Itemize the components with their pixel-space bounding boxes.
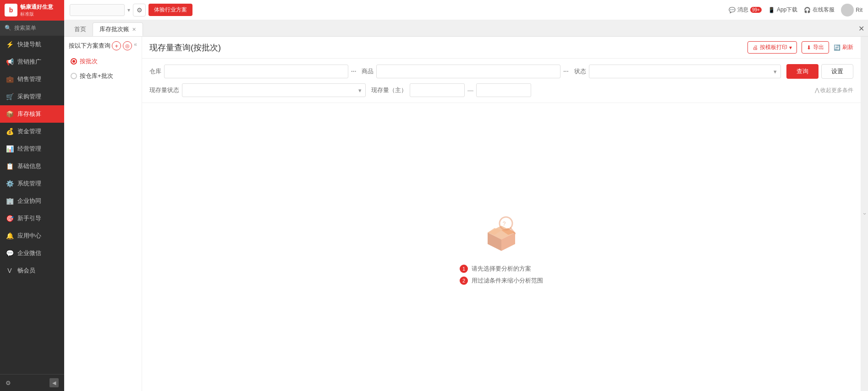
page-title: 现存量查询(按批次) — [149, 42, 221, 53]
edition-label: 标准版 — [20, 11, 53, 17]
avatar — [841, 4, 854, 16]
sidebar-item-newuser[interactable]: 🎯 新手引导 — [0, 210, 64, 227]
trial-button[interactable]: 体验行业方案 — [148, 4, 192, 16]
chevron-up-icon: ⋀ — [815, 87, 819, 93]
operations-icon: 📊 — [5, 145, 14, 152]
basic-icon: 📋 — [5, 163, 14, 170]
sidebar-item-label: 基础信息 — [17, 162, 41, 170]
scheme-item-by-batch[interactable]: 按批次 — [64, 54, 142, 69]
sidebar-item-basic[interactable]: 📋 基础信息 — [0, 157, 64, 175]
tab-home-label: 首页 — [74, 22, 86, 36]
purchase-icon: 🛒 — [5, 93, 14, 100]
product-label: 商品 — [362, 67, 374, 76]
target-icon-button[interactable]: ◎ — [123, 41, 132, 50]
setting-button[interactable]: 设置 — [821, 64, 853, 79]
member-icon: V — [5, 267, 14, 274]
product-filter-group: 商品 ··· — [362, 65, 568, 78]
left-panel-title: 按以下方案查询 — [69, 42, 110, 50]
left-panel: 按以下方案查询 + ◎ « 按批次 按仓库+批次 — [64, 37, 142, 391]
scheme-label-by-batch: 按批次 — [80, 57, 98, 65]
radio-by-warehouse-batch — [71, 73, 77, 79]
sales-icon: 💼 — [5, 76, 14, 83]
inventory-qty-max-input[interactable] — [476, 83, 531, 97]
tab-close-icon[interactable]: ✕ — [132, 22, 136, 36]
range-dash: — — [467, 87, 473, 94]
gear-icon[interactable]: ⚙ — [133, 4, 146, 16]
export-button[interactable]: ⬇ 导出 — [802, 41, 829, 54]
tab-home[interactable]: 首页 — [68, 22, 93, 36]
inventory-status-select[interactable]: ▾ — [182, 83, 366, 97]
search-input[interactable] — [70, 4, 125, 16]
empty-tips: 1 请先选择要分析的方案 2 用过滤条件来缩小分析范围 — [460, 265, 543, 285]
sidebar-item-sales[interactable]: 💼 销售管理 — [0, 71, 64, 88]
query-button[interactable]: 查询 — [786, 64, 819, 79]
sidebar-item-quick-nav[interactable]: ⚡ 快捷导航 — [0, 36, 64, 53]
search-menu[interactable]: 🔍 搜索菜单 — [0, 21, 64, 36]
page-header: 现存量查询(按批次) 🖨 按模板打印 ▾ ⬇ 导出 🔄 刷新 — [142, 37, 861, 59]
chevron-down-icon: ▾ — [789, 44, 792, 51]
sidebar-item-marketing[interactable]: 📢 营销推广 — [0, 53, 64, 71]
sidebar-item-purchase[interactable]: 🛒 采购管理 — [0, 88, 64, 105]
sidebar-item-operations[interactable]: 📊 经营管理 — [0, 140, 64, 157]
add-scheme-button[interactable]: + — [112, 41, 121, 50]
user-name: Rit — [856, 7, 863, 13]
tab-inventory-batch-label: 库存批次账 — [99, 22, 129, 36]
warehouse-filter-group: 仓库 ··· — [149, 65, 356, 78]
inventory-status-label: 现存量状态 — [149, 86, 179, 94]
sidebar-item-label: 销售管理 — [17, 75, 41, 83]
chevron-down-icon: ▾ — [127, 7, 130, 13]
newuser-icon: 🎯 — [5, 215, 14, 222]
customer-service-action[interactable]: 🎧 在线客服 — [804, 6, 835, 14]
sidebar-item-system[interactable]: ⚙️ 系统管理 — [0, 175, 64, 192]
sidebar-item-wechat[interactable]: 💬 企业微信 — [0, 244, 64, 262]
product-input[interactable] — [376, 65, 560, 78]
chevron-down-icon: ▾ — [358, 87, 362, 94]
main-area: ▾ ⚙ 体验行业方案 💬 消息 99+ 📱 App下载 🎧 在线客服 Rit — [64, 0, 868, 391]
sidebar-scroll-btn[interactable]: ◀ — [49, 378, 59, 387]
inventory-qty-min-input[interactable] — [410, 83, 465, 97]
message-action[interactable]: 💬 消息 99+ — [729, 6, 762, 14]
headset-icon: 🎧 — [804, 7, 811, 13]
system-icon: ⚙️ — [5, 180, 14, 187]
refresh-button[interactable]: 🔄 刷新 — [834, 43, 853, 51]
settings-icon[interactable]: ⚙ — [5, 380, 11, 386]
sidebar-item-finance[interactable]: 💰 资金管理 — [0, 123, 64, 140]
product-more-icon[interactable]: ··· — [563, 68, 569, 75]
collapse-panel-button[interactable]: « — [134, 41, 137, 50]
appcenter-icon: 🔔 — [5, 232, 14, 239]
status-select[interactable]: ▾ — [589, 65, 781, 78]
message-label: 消息 — [737, 6, 748, 14]
edge-arrow-icon[interactable]: › — [862, 213, 868, 215]
tab-inventory-batch[interactable]: 库存批次账 ✕ — [93, 22, 143, 36]
sidebar-item-inventory[interactable]: 📦 库存核算 — [0, 105, 64, 123]
print-button[interactable]: 🖨 按模板打印 ▾ — [747, 41, 797, 54]
sidebar-item-appcenter[interactable]: 🔔 应用中心 — [0, 227, 64, 244]
sidebar-item-member[interactable]: V 畅会员 — [0, 262, 64, 279]
sidebar-item-label: 企业协同 — [17, 197, 41, 205]
warehouse-input[interactable] — [164, 65, 348, 78]
warehouse-more-icon[interactable]: ··· — [351, 68, 357, 75]
topbar-right: 💬 消息 99+ 📱 App下载 🎧 在线客服 Rit — [729, 4, 863, 16]
warehouse-label: 仓库 — [149, 67, 161, 76]
refresh-icon: 🔄 — [834, 44, 841, 51]
sidebar-item-enterprise[interactable]: 🏢 企业协同 — [0, 192, 64, 210]
filter-row-2: 现存量状态 ▾ 现存量（主） — ⋀ — [149, 83, 853, 97]
user-action[interactable]: Rit — [841, 4, 863, 16]
scheme-label-by-warehouse-batch: 按仓库+批次 — [80, 72, 113, 80]
tab-close-main-icon[interactable]: ✕ — [858, 24, 864, 33]
status-label: 状态 — [574, 67, 586, 76]
left-panel-actions: + ◎ « — [112, 41, 137, 50]
app-download-action[interactable]: 📱 App下载 — [768, 6, 797, 14]
sidebar-item-label: 企业微信 — [17, 249, 41, 257]
empty-tip-2: 2 用过滤条件来缩小分析范围 — [460, 277, 543, 285]
sidebar: b 畅康通好生意 标准版 🔍 搜索菜单 ⚡ 快捷导航 📢 营销推广 💼 销售管理… — [0, 0, 64, 391]
search-icon: 🔍 — [5, 25, 11, 31]
scheme-item-by-warehouse-batch[interactable]: 按仓库+批次 — [64, 69, 142, 83]
collapse-filter-button[interactable]: ⋀ 收起更多条件 — [815, 87, 853, 94]
inventory-icon: 📦 — [5, 110, 14, 118]
app-download-label: App下载 — [777, 6, 797, 14]
tip-text-1: 请先选择要分析的方案 — [472, 265, 531, 273]
right-edge: › — [861, 37, 868, 391]
sidebar-item-label: 新手引导 — [17, 214, 41, 223]
empty-tip-1: 1 请先选择要分析的方案 — [460, 265, 543, 273]
